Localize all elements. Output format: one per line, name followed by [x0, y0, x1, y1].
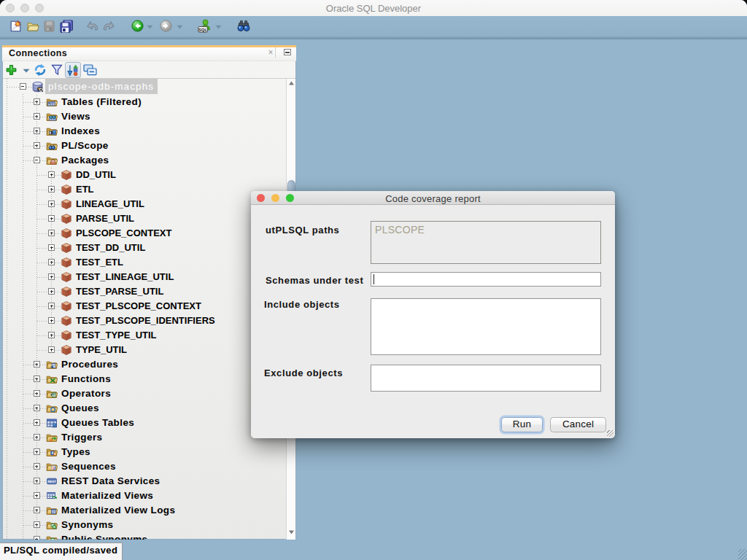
svg-text:REST: REST [47, 479, 56, 483]
svg-text:9: 9 [54, 452, 55, 455]
svg-text:2: 2 [54, 465, 56, 470]
